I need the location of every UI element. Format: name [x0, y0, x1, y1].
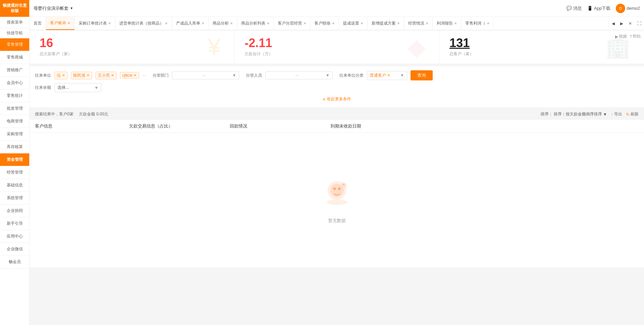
close-icon[interactable]: ✕: [62, 73, 65, 78]
filter-tag-unit2[interactable]: 陈民强 ✕: [71, 72, 92, 79]
tab-nav-right[interactable]: ▶: [617, 19, 626, 28]
sort-btn[interactable]: 排序： 排序：按欠款金额倒序排序 ▼: [541, 111, 607, 117]
sidebar-item-label: 企业微信: [2, 246, 27, 252]
sidebar-item-inventory[interactable]: 库存核算: [0, 141, 29, 153]
sidebar-item-weixin[interactable]: 企业微信: [0, 243, 29, 256]
app-download-btn[interactable]: 📱 App下载: [587, 5, 610, 11]
sidebar-item-member[interactable]: 畅会员: [0, 256, 29, 268]
close-icon[interactable]: ✕: [133, 73, 137, 78]
tab-label: 进货单统计表（按商品）: [119, 21, 164, 26]
tab-operations[interactable]: 经营情况 ✕: [404, 17, 433, 30]
sidebar-item-newbie[interactable]: 新手引导: [0, 217, 29, 230]
stat-number-debt-customers: 16: [40, 37, 53, 49]
tab-purchase-stats[interactable]: 采购订单统计表 ✕: [75, 17, 115, 30]
data-table: 客户信息 欠款交易信息（占比） 回款情况 到期未收款日期: [30, 120, 644, 267]
stat-debt-total: ◆ -2.11 欠款合计（万）: [234, 30, 439, 64]
chevron-down-icon: ▼: [400, 73, 404, 78]
sidebar-item-label: 基础信息: [2, 182, 27, 188]
phone-icon: 📱: [587, 6, 593, 11]
sidebar-item-basic-info[interactable]: 基础信息: [0, 179, 29, 192]
tab-customer-tier[interactable]: 客户分层经营 ✕: [274, 17, 310, 30]
sidebar-item-finance[interactable]: 资金管理: [0, 153, 29, 166]
export-btn[interactable]: ↑ 导出: [611, 111, 622, 117]
sidebar-item-label: 经营管理: [2, 170, 27, 175]
close-icon[interactable]: ✕: [230, 22, 233, 25]
sidebar-item-marketing[interactable]: 营销推广: [0, 64, 29, 77]
sidebar-item-collab[interactable]: 企业协同: [0, 205, 29, 217]
tab-nav-left[interactable]: ◀: [609, 19, 617, 28]
tab-customer-contact[interactable]: 客户联络 ✕: [310, 17, 339, 30]
sidebar-item-retail-mall[interactable]: 零售商城: [0, 51, 29, 64]
sidebar-item-retail-mgmt[interactable]: 零售管理: [0, 38, 29, 51]
search-menu[interactable]: 搜索菜单: [0, 17, 29, 28]
tab-product-analysis-list[interactable]: 商品分析列表 ✕: [237, 17, 274, 30]
sidebar-item-label: 库存核算: [2, 144, 27, 150]
close-icon[interactable]: ✕: [111, 73, 114, 78]
tab-close-all[interactable]: ✕: [626, 19, 635, 28]
sidebar-item-retail-stats[interactable]: 零售统计: [0, 89, 29, 102]
close-icon[interactable]: ✕: [397, 22, 400, 25]
close-icon[interactable]: ✕: [68, 21, 70, 25]
app-download-label: App下载: [594, 5, 610, 11]
tab-label: 利润报告: [437, 21, 453, 26]
tab-stock-by-product[interactable]: 进货单统计表（按商品） ✕: [115, 17, 172, 30]
dept-select[interactable]: ··· ▼: [172, 71, 239, 79]
tab-fullscreen[interactable]: ⛶: [635, 19, 644, 28]
chevron-down-icon: ···: [295, 73, 299, 78]
close-icon[interactable]: ✕: [303, 22, 306, 25]
stat-total-customers: 🏢 131 总客户（家）: [439, 30, 644, 64]
sidebar-item-label: 零售商城: [2, 55, 27, 60]
close-icon[interactable]: ✕: [332, 22, 335, 25]
filter-row-1: 往来单位 伍 ✕ 陈民强 ✕ 王小亮 ✕ cjttcw ✕ ···: [35, 70, 639, 80]
tabbar: 首页 客户账本 ✕ 采购订单统计表 ✕ 进货单统计表（按商品） ✕ 产成品入库单…: [30, 17, 644, 30]
sidebar-item-system[interactable]: 系统管理: [0, 192, 29, 205]
close-icon[interactable]: ✕: [426, 22, 428, 25]
filter-more-btn[interactable]: ···: [142, 73, 146, 78]
refresh-btn[interactable]: ↻ 刷新: [626, 111, 639, 117]
unit-class-tag[interactable]: 普通客户 ✕: [370, 73, 390, 78]
filter-tag-unit1[interactable]: 伍 ✕: [54, 72, 68, 79]
tab-customer-ledger[interactable]: 客户账本 ✕: [46, 17, 75, 30]
sidebar-item-purchase[interactable]: 采购管理: [0, 128, 29, 141]
tab-production[interactable]: 产成品入库单 ✕: [172, 17, 209, 30]
user-menu[interactable]: D demo2: [616, 4, 640, 13]
stat-number-debt-total: -2.11: [245, 37, 272, 49]
empty-text: 暂无数据: [328, 218, 346, 224]
message-btn[interactable]: 💬 消息: [566, 5, 582, 11]
close-icon[interactable]: ✕: [454, 22, 457, 25]
sidebar-item-app-center[interactable]: 应用中心: [0, 230, 29, 243]
tab-commission-setting[interactable]: 提成设置 ✕: [339, 17, 368, 30]
sort-icon: 排序：: [541, 111, 553, 117]
tab-product-analysis[interactable]: 商品分析 ✕: [209, 17, 237, 30]
tab-label: 客户账本: [50, 20, 66, 26]
account-selector[interactable]: 母婴行业演示帐套 ▼: [34, 5, 73, 11]
tab-retail-profit[interactable]: 零售利润（ ✕: [461, 17, 494, 30]
unit-class-select[interactable]: 普通客户 ✕ ▼: [367, 71, 407, 80]
sidebar-item-ecommerce[interactable]: 电商管理: [0, 115, 29, 128]
topbar: 母婴行业演示帐套 ▼ 💬 消息 📱 App下载 D demo2: [30, 0, 644, 17]
sidebar-item-member-center[interactable]: 会员中心: [0, 77, 29, 89]
close-icon[interactable]: ✕: [487, 22, 489, 25]
tab-home[interactable]: 首页: [30, 17, 46, 30]
filter-tag-unit3[interactable]: 王小亮 ✕: [95, 72, 117, 79]
close-icon[interactable]: ✕: [387, 73, 390, 78]
query-button[interactable]: 查询: [411, 70, 433, 80]
quick-nav[interactable]: 快捷导航: [0, 28, 29, 38]
collapse-label: 收起更多条件: [327, 96, 351, 102]
sidebar-item-wholesale[interactable]: 批发管理: [0, 102, 29, 115]
person-select[interactable]: ··· ▼: [265, 71, 333, 79]
close-icon[interactable]: ✕: [267, 22, 269, 25]
tab-new-commission[interactable]: 新增提成方案 ✕: [368, 17, 404, 30]
close-icon[interactable]: ✕: [165, 22, 168, 25]
sidebar-item-operations[interactable]: 经营管理: [0, 166, 29, 179]
close-icon[interactable]: ✕: [86, 73, 90, 78]
close-icon[interactable]: ✕: [108, 22, 111, 25]
tab-profit-report[interactable]: 利润报告 ✕: [433, 17, 461, 30]
sidebar-item-label: 零售统计: [2, 93, 27, 99]
close-icon[interactable]: ✕: [202, 22, 204, 25]
sidebar-item-label: 系统管理: [2, 195, 27, 201]
close-icon[interactable]: ✕: [360, 22, 363, 25]
balance-select[interactable]: 选择... ▼: [54, 83, 101, 92]
filter-tag-unit4[interactable]: cjttcw ✕: [120, 72, 139, 79]
collapse-btn[interactable]: ∧ 收起更多条件: [321, 95, 352, 103]
